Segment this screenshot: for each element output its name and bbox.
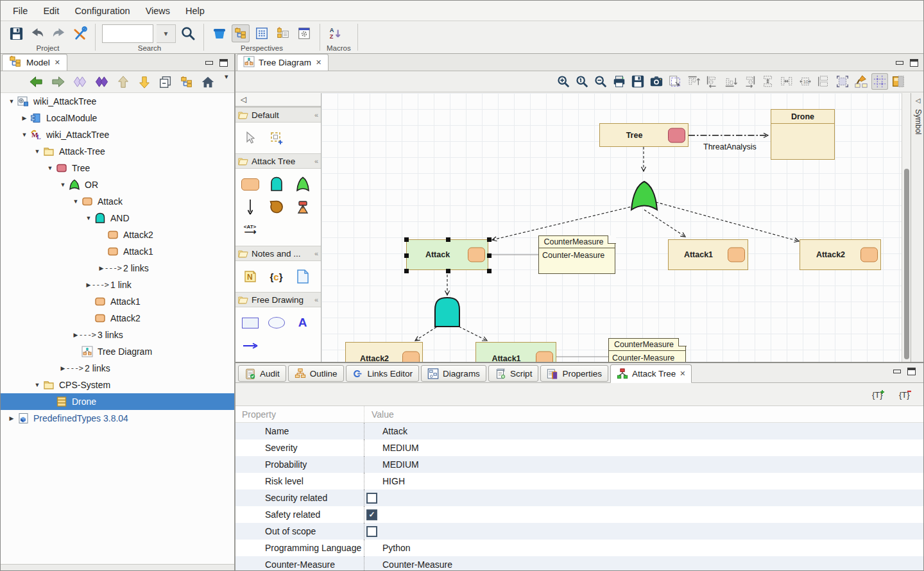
redo-button[interactable] [49,24,67,42]
palette-section-notes-and[interactable]: Notes and ...« [235,246,321,261]
attack-node-tool[interactable] [237,173,263,196]
back-button[interactable] [29,74,44,90]
arrow-tool[interactable] [237,334,263,357]
bottom-tab-outline[interactable]: Outline [288,365,344,382]
collapse-section-icon[interactable]: « [314,296,318,303]
align-top-button[interactable] [685,73,702,90]
palette-section-default[interactable]: Default« [235,107,321,123]
bottom-tab-diagrams[interactable]: Diagrams [421,365,486,382]
tree-item-localmodule[interactable]: ▶LocalModule [1,110,234,126]
format-painter-button[interactable] [853,73,869,90]
diagram-node-tree[interactable]: Tree [599,123,689,147]
countermeasure-note[interactable]: CounterMeasureCounter-Measure [538,235,615,274]
property-value[interactable]: Counter-Measure [364,556,924,571]
tree-item-attack1[interactable]: Attack1 [1,243,234,260]
list-perspective-button[interactable] [274,24,292,42]
tree-item-and[interactable]: ▼AND [1,210,234,226]
maximize-panel-button[interactable] [910,59,918,67]
tree-item-drone[interactable]: Drone [1,393,234,410]
save-button[interactable] [7,24,25,42]
bottom-tab-audit[interactable]: Audit [238,365,286,382]
countermeasure-tool[interactable] [263,196,289,219]
resize-elements-button[interactable]: 10 [797,73,814,90]
palette-section-attack-tree[interactable]: Attack Tree« [235,153,321,169]
collapse-arrow-icon[interactable]: ▼ [6,98,17,105]
property-value[interactable]: Python [364,540,924,556]
selection-handle[interactable] [404,237,409,242]
remove-property-button[interactable]: {T} [896,386,914,404]
zoom-original-button[interactable] [574,73,590,90]
distribute-vertical-button[interactable] [760,73,776,90]
at-link-tool[interactable]: <AT>⟶ [237,219,263,242]
tree-item-attack2[interactable]: Attack2 [1,226,234,243]
mitigation-tool[interactable] [289,196,316,219]
collapse-arrow-icon[interactable]: ▼ [44,165,56,171]
menu-item-edit[interactable]: Edit [36,2,66,20]
align-left-button[interactable] [704,73,721,90]
scrollbar-thumb[interactable] [904,169,909,359]
save-diagram-button[interactable] [629,73,646,90]
minimize-panel-button[interactable] [893,370,901,373]
view-menu-button[interactable]: ▾ [222,71,231,82]
bottom-tab-links-editor[interactable]: Links Editor [346,365,420,382]
tab-model[interactable]: Model ✕ [2,54,67,71]
palette-collapse-button[interactable]: ◁ [235,93,321,107]
tree-item-predefinedtypes-3-8-04[interactable]: ▶PredefinedTypes 3.8.04 [1,410,234,427]
tab-tree-diagram[interactable]: Tree Diagram ✕ [237,54,329,71]
bottom-tab-attack-tree[interactable]: Attack Tree✕ [610,364,692,383]
collapse-section-icon[interactable]: « [314,250,318,257]
tree-item-attack2[interactable]: Attack2 [1,310,234,327]
and-gate-tool[interactable] [263,173,289,196]
property-value[interactable]: ✓ [364,506,924,523]
menu-item-help[interactable]: Help [178,2,212,20]
tree-item-tree[interactable]: ▼Tree [1,160,234,176]
expand-symbol-panel-icon[interactable]: ◁ [916,97,921,104]
note-tool[interactable]: N [237,265,263,288]
expand-arrow-icon[interactable]: ▶ [6,415,17,422]
minimize-panel-button[interactable] [896,61,903,65]
close-icon[interactable]: ✕ [680,370,685,378]
diagram-node-attack1[interactable]: Attack1 [475,342,556,362]
print-button[interactable] [611,73,628,90]
selection-handle[interactable] [446,237,450,242]
tree-item-wiki-attacktree[interactable]: ▼wiki_AttackTree [1,93,234,110]
grid-toggle-button[interactable] [871,73,888,90]
ellipse-tool[interactable] [263,311,289,334]
tree-item-wiki-attacktree[interactable]: ▼MLwiki_AttackTree [1,126,234,143]
collapse-arrow-icon[interactable]: ▼ [19,132,30,138]
expand-tree-button[interactable] [180,74,194,90]
property-value[interactable]: HIGH [364,473,924,490]
cursor-tool[interactable] [237,126,263,149]
diagram-block-drone[interactable]: Drone [771,109,835,160]
diagram-canvas[interactable]: TreeAttackAttack1Attack2Attack2Attack1Dr… [321,93,902,362]
crop-view-button[interactable] [834,73,851,90]
maximize-panel-button[interactable] [907,368,916,375]
comment-tool[interactable] [289,265,316,288]
forward-button[interactable] [51,74,65,90]
diagram-node-attack2[interactable]: Attack2 [345,342,423,362]
tree-item-2-links[interactable]: ▶--->2 links [1,260,234,277]
tree-item-2-links[interactable]: ▶--->2 links [1,360,234,377]
menu-item-configuration[interactable]: Configuration [67,2,137,20]
symbol-library-button[interactable] [890,73,907,90]
tree-item-1-link[interactable]: ▶--->1 link [1,277,234,293]
close-icon[interactable]: ✕ [315,58,322,67]
search-input[interactable] [102,24,153,43]
snap-region-button[interactable] [667,73,683,90]
move-up-button[interactable] [116,74,130,90]
collapse-arrow-icon[interactable]: ▼ [83,215,94,221]
countermeasure-note[interactable]: CounterMeasureCounter-Measure [608,338,686,362]
text-tool[interactable]: A [289,311,316,334]
property-value[interactable]: Attack [364,423,924,439]
selection-handle[interactable] [487,237,492,242]
zoom-in-button[interactable] [555,73,572,90]
search-button[interactable] [179,24,197,42]
selection-handle[interactable] [487,269,492,273]
bottom-tab-script[interactable]: Script [488,365,539,382]
selection-handle[interactable] [446,269,450,273]
bucket-perspective-button[interactable] [210,24,228,42]
checkbox-unchecked[interactable] [366,493,377,504]
symbol-panel-collapsed[interactable]: ◁ Symbol [911,93,924,362]
expand-arrow-icon[interactable]: ▶ [19,115,30,121]
property-value[interactable] [364,523,924,540]
